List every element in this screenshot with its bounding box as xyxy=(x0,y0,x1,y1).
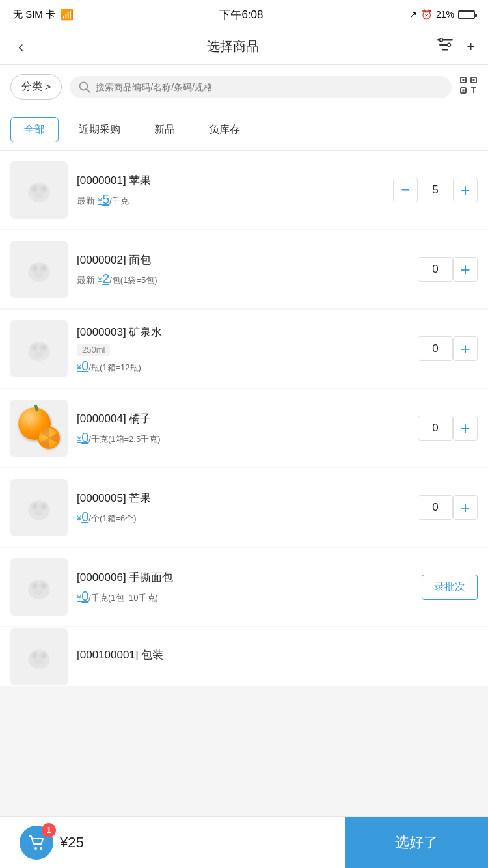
search-input-wrap xyxy=(70,76,452,98)
cart-icon-button[interactable]: 1 xyxy=(20,826,53,860)
battery-bar xyxy=(458,10,475,19)
svg-rect-12 xyxy=(463,89,465,91)
tab-all[interactable]: 全部 xyxy=(10,117,59,142)
search-icon xyxy=(79,81,90,93)
carrier-label: 无 SIM 卡 xyxy=(13,8,55,21)
back-button[interactable]: ‹ xyxy=(13,33,29,61)
price-unit: /包(1袋=5包) xyxy=(109,275,157,285)
price-value: 2 xyxy=(102,271,109,286)
category-label: 分类 xyxy=(21,80,42,94)
price-unit: /个(1箱=6个) xyxy=(88,513,136,523)
product-thumbnail xyxy=(10,161,68,219)
batch-button[interactable]: 录批次 xyxy=(422,575,478,600)
qty-input[interactable] xyxy=(418,416,453,441)
quantity-control: + xyxy=(418,257,478,282)
qty-input[interactable] xyxy=(418,495,453,520)
qty-plus-button[interactable]: + xyxy=(453,416,478,441)
owl-logo-icon xyxy=(23,332,55,365)
nav-actions: + xyxy=(437,38,475,56)
price-label: 最新 xyxy=(77,275,95,285)
owl-logo-icon xyxy=(23,491,55,524)
svg-point-54 xyxy=(41,653,46,658)
price-value: 0 xyxy=(81,359,88,373)
svg-point-41 xyxy=(34,510,43,515)
svg-point-55 xyxy=(34,659,43,664)
alarm-icon: ⏰ xyxy=(421,9,432,20)
search-input[interactable] xyxy=(96,82,442,92)
svg-point-20 xyxy=(34,193,43,198)
svg-point-58 xyxy=(40,847,42,850)
qty-plus-button[interactable]: + xyxy=(453,257,478,282)
product-name: [0000002] 面包 xyxy=(77,252,409,267)
cart-section: 1 ¥25 xyxy=(0,826,345,860)
wifi-icon: 📶 xyxy=(61,8,74,21)
product-info: [0000001] 苹果 最新 ¥5/千克 xyxy=(77,173,384,207)
confirm-button[interactable]: 选好了 xyxy=(345,817,488,868)
svg-point-53 xyxy=(33,653,37,658)
price-unit: /瓶(1箱=12瓶) xyxy=(88,362,141,372)
cart-icon xyxy=(27,834,46,852)
quantity-control: + xyxy=(418,416,478,441)
category-button[interactable]: 分类 > xyxy=(10,74,62,100)
qty-input[interactable] xyxy=(418,336,453,361)
search-area: 分类 > xyxy=(0,65,488,109)
list-item: [0000002] 面包 最新 ¥2/包(1袋=5包) + xyxy=(0,230,488,308)
svg-point-4 xyxy=(448,43,451,46)
quantity-control: + xyxy=(418,495,478,520)
list-item: [0000003] 矿泉水 250ml ¥0/瓶(1箱=12瓶) + xyxy=(0,310,488,388)
tab-negative[interactable]: 负库存 xyxy=(195,117,254,142)
product-info: [0000002] 面包 最新 ¥2/包(1袋=5包) xyxy=(77,252,409,286)
product-price: 最新 ¥2/包(1袋=5包) xyxy=(77,271,409,286)
location-icon: ↗ xyxy=(409,9,417,20)
owl-logo-icon xyxy=(23,253,55,286)
product-thumbnail xyxy=(10,628,68,685)
status-left: 无 SIM 卡 📶 xyxy=(13,8,74,21)
product-spec: 250ml xyxy=(77,344,110,356)
qty-plus-button[interactable]: + xyxy=(453,336,478,361)
svg-point-19 xyxy=(41,187,46,191)
status-right: ↗ ⏰ 21% xyxy=(409,9,475,20)
product-name: [0000005] 芒果 xyxy=(77,491,409,506)
svg-rect-10 xyxy=(463,79,465,81)
page-title: 选择商品 xyxy=(207,38,259,55)
qty-minus-button[interactable]: − xyxy=(393,178,418,202)
product-thumbnail xyxy=(10,320,68,377)
list-item: [0000005] 芒果 ¥0/个(1箱=6个) + xyxy=(0,468,488,547)
svg-point-57 xyxy=(34,847,37,850)
list-item: [0000001] 苹果 最新 ¥5/千克 − + xyxy=(0,151,488,229)
filter-tabs: 全部 近期采购 新品 负库存 xyxy=(0,109,488,151)
svg-rect-11 xyxy=(473,79,475,81)
svg-point-27 xyxy=(34,272,43,277)
filter-icon[interactable] xyxy=(437,38,454,56)
qty-plus-button[interactable]: + xyxy=(453,178,478,202)
scan-icon[interactable] xyxy=(459,76,478,98)
quantity-control: + xyxy=(418,336,478,361)
price-value: 0 xyxy=(81,430,88,444)
svg-rect-2 xyxy=(442,49,448,51)
nav-bar: ‹ 选择商品 + xyxy=(0,29,488,65)
product-price: 最新 ¥5/千克 xyxy=(77,192,384,207)
svg-point-47 xyxy=(41,584,46,588)
product-price: ¥0/个(1箱=6个) xyxy=(77,509,409,524)
svg-line-6 xyxy=(87,89,90,92)
tab-recent[interactable]: 近期采购 xyxy=(65,117,134,142)
price-value: 0 xyxy=(81,589,88,603)
add-icon[interactable]: + xyxy=(467,38,475,55)
product-list: [0000001] 苹果 最新 ¥5/千克 − + [0 xyxy=(0,151,488,686)
qty-plus-button[interactable]: + xyxy=(453,495,478,520)
svg-point-18 xyxy=(33,187,37,191)
list-item: [0000004] 橘子 ¥0/千克(1箱=2.5千克) + xyxy=(0,389,488,467)
product-name: [0000001] 苹果 xyxy=(77,173,384,188)
cart-badge: 1 xyxy=(42,823,56,837)
product-info: [0000004] 橘子 ¥0/千克(1箱=2.5千克) xyxy=(77,411,409,445)
tab-new[interactable]: 新品 xyxy=(141,117,189,142)
qty-input[interactable] xyxy=(418,178,453,202)
svg-point-34 xyxy=(34,351,43,357)
svg-point-32 xyxy=(33,346,37,350)
product-price: ¥0/瓶(1箱=12瓶) xyxy=(77,359,409,373)
qty-input[interactable] xyxy=(418,257,453,282)
product-thumbnail xyxy=(10,558,68,616)
svg-point-25 xyxy=(33,266,37,271)
product-name: [0000006] 手撕面包 xyxy=(77,570,413,585)
product-info: [0000005] 芒果 ¥0/个(1箱=6个) xyxy=(77,491,409,524)
